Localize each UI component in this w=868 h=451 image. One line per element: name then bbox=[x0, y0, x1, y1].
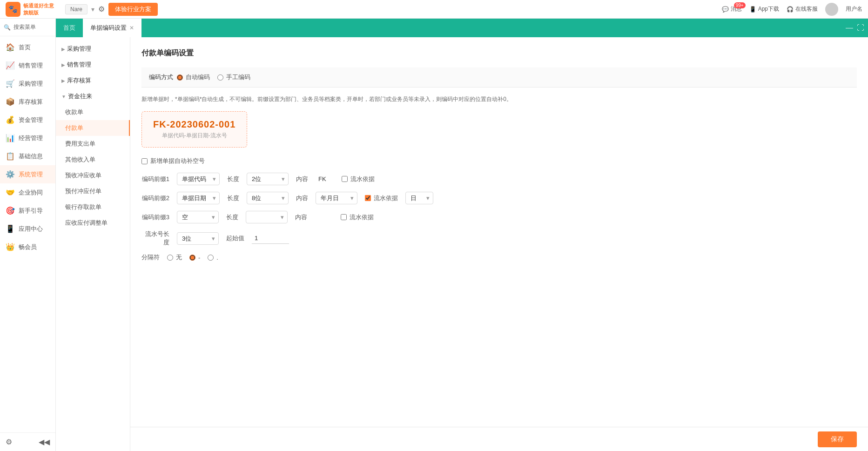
enterprise-icon: 🤝 bbox=[6, 188, 15, 197]
top-bar-right: 💬 消息 99+ 📱 App下载 🎧 在线客服 用户名 bbox=[722, 3, 862, 16]
sub-group-inventory: ▶ 库存核算 bbox=[56, 73, 130, 88]
page-title: 付款单编码设置 bbox=[141, 48, 857, 58]
download-icon: 📱 bbox=[749, 6, 756, 13]
serial-start-input[interactable] bbox=[252, 233, 289, 244]
info-text: 新增单据时，*单据编码*自动生成，不可编辑。前缀设置为部门、业务员等档案类，开单… bbox=[141, 95, 857, 104]
sub-group-inventory-header[interactable]: ▶ 库存核算 bbox=[56, 73, 130, 88]
serial-length-label: 流水号长度 bbox=[141, 230, 169, 247]
sidebar-bottom: ⚙ ◀◀ bbox=[0, 432, 55, 451]
prefix2-select[interactable]: 单据日期 bbox=[177, 192, 220, 204]
sub-item-reconcile[interactable]: 应收应付调整单 bbox=[56, 215, 130, 231]
sidebar-item-basic[interactable]: 📋 基础信息 bbox=[0, 147, 55, 165]
prefix1-select-wrapper: 单据代码 bbox=[177, 173, 220, 185]
sidebar-item-guide[interactable]: 🎯 新手引导 bbox=[0, 202, 55, 220]
sub-group-capital: ▼ 资金往来 收款单 付款单 费用支出单 其他收入单 预收冲应收单 预付冲应付单… bbox=[56, 88, 130, 231]
avatar[interactable] bbox=[825, 3, 838, 16]
service-icon: 🎧 bbox=[787, 6, 794, 13]
manual-encoding-radio[interactable]: 手工编码 bbox=[217, 73, 250, 81]
content-area: 首页 单据编码设置 ✕ — ⛶ ▶ 采购管理 bbox=[56, 19, 868, 451]
prefix3-stream-checkbox[interactable] bbox=[341, 214, 347, 220]
separator-dot-radio[interactable]: . bbox=[208, 254, 218, 261]
prefix1-select[interactable]: 单据代码 bbox=[177, 173, 220, 185]
sub-item-payment[interactable]: 付款单 bbox=[56, 120, 130, 136]
auto-encoding-radio[interactable]: 自动编码 bbox=[177, 73, 210, 81]
prefix1-length-wrapper: 2位 bbox=[247, 173, 289, 185]
prefix2-select-wrapper: 单据日期 bbox=[177, 192, 220, 204]
sub-group-capital-header[interactable]: ▼ 资金往来 bbox=[56, 88, 130, 104]
sub-group-sales-header[interactable]: ▶ 销售管理 bbox=[56, 57, 130, 73]
collapse-icon[interactable]: ◀◀ bbox=[39, 438, 50, 446]
tab-encoding[interactable]: 单据编码设置 ✕ bbox=[83, 19, 141, 37]
serial-start-label: 起始值 bbox=[226, 234, 244, 242]
tab-maximize-icon[interactable]: ⛶ bbox=[857, 24, 864, 32]
serial-length-select[interactable]: 3位 bbox=[177, 232, 219, 245]
sidebar-nav: 🏠 首页 📈 销售管理 🛒 采购管理 📦 库存核算 💰 资金管理 📊 经 bbox=[0, 36, 55, 432]
sidebar: 🔍 搜索菜单 🏠 首页 📈 销售管理 🛒 采购管理 📦 库存核算 💰 bbox=[0, 19, 56, 451]
prefix2-content-select[interactable]: 年月日 bbox=[316, 192, 357, 204]
sidebar-item-apps[interactable]: 📱 应用中心 bbox=[0, 220, 55, 238]
separator-dash-radio[interactable]: - bbox=[189, 254, 200, 261]
code-example-box: FK-20230602-001 单据代码-单据日期-流水号 bbox=[141, 111, 247, 148]
tab-bar: 首页 单据编码设置 ✕ — ⛶ bbox=[56, 19, 868, 37]
sidebar-item-enterprise[interactable]: 🤝 企业协同 bbox=[0, 183, 55, 202]
auto-fill-checkbox[interactable] bbox=[141, 158, 148, 164]
code-example-main: FK-20230602-001 bbox=[153, 119, 236, 130]
sidebar-item-inventory[interactable]: 📦 库存核算 bbox=[0, 93, 55, 111]
sub-sidebar: ▶ 采购管理 ▶ 销售管理 ▶ 库存核算 bbox=[56, 37, 130, 451]
company-chevron-icon[interactable]: ▾ bbox=[91, 6, 94, 13]
auto-fill-row: 新增单据自动补空号 bbox=[141, 157, 857, 165]
top-bar: 🐾 畅通道好生意 旗舰版 Nare ▾ ⚙ 体验行业方案 💬 消息 99+ 📱 … bbox=[0, 0, 868, 19]
message-button[interactable]: 💬 消息 99+ bbox=[722, 5, 742, 13]
sidebar-item-finance[interactable]: 💰 资金管理 bbox=[0, 111, 55, 129]
prefix2-period-select[interactable]: 日 bbox=[405, 192, 433, 204]
bottom-bar: 保存 bbox=[130, 427, 868, 451]
download-button[interactable]: 📱 App下载 bbox=[749, 5, 779, 13]
home-icon: 🏠 bbox=[6, 43, 15, 52]
sidebar-item-system[interactable]: ⚙️ 系统管理 bbox=[0, 165, 55, 183]
finance-icon: 💰 bbox=[6, 115, 15, 124]
service-button[interactable]: 🎧 在线客服 bbox=[787, 5, 818, 13]
sidebar-item-operations[interactable]: 📊 经营管理 bbox=[0, 129, 55, 147]
sidebar-item-member[interactable]: 👑 畅会员 bbox=[0, 238, 55, 256]
apps-icon: 📱 bbox=[6, 224, 15, 233]
sub-group-purchase-header[interactable]: ▶ 采购管理 bbox=[56, 41, 130, 57]
prefix1-stream-checkbox[interactable] bbox=[342, 176, 348, 182]
sidebar-item-purchase[interactable]: 🛒 采购管理 bbox=[0, 74, 55, 93]
separator-none-radio[interactable]: 无 bbox=[167, 253, 182, 262]
sub-item-bank-deposit[interactable]: 银行存取款单 bbox=[56, 199, 130, 215]
sub-item-advance-pay[interactable]: 预付冲应付单 bbox=[56, 183, 130, 199]
sub-item-expense[interactable]: 费用支出单 bbox=[56, 136, 130, 152]
settings-bottom-icon[interactable]: ⚙ bbox=[6, 438, 12, 446]
trial-button[interactable]: 体验行业方案 bbox=[108, 3, 158, 16]
main-panel-wrapper: 付款单编码设置 编码方式 自动编码 手工编码 bbox=[130, 37, 868, 451]
logo-text: 畅通道好生意 旗舰版 bbox=[23, 2, 54, 16]
prefix1-length-select[interactable]: 2位 bbox=[247, 173, 289, 185]
username[interactable]: 用户名 bbox=[846, 5, 862, 13]
prefix3-select-wrapper: 空 bbox=[177, 211, 219, 223]
message-icon: 💬 bbox=[722, 6, 729, 13]
sidebar-item-sales[interactable]: 📈 销售管理 bbox=[0, 56, 55, 74]
save-button[interactable]: 保存 bbox=[818, 431, 857, 447]
code-example-sub: 单据代码-单据日期-流水号 bbox=[153, 132, 236, 140]
prefix1-label: 编码前缀1 bbox=[141, 175, 169, 183]
tab-close-icon[interactable]: ✕ bbox=[129, 25, 134, 31]
sub-item-advance-payable[interactable]: 预收冲应收单 bbox=[56, 168, 130, 183]
sidebar-item-home[interactable]: 🏠 首页 bbox=[0, 38, 55, 56]
separator-options: 无 - . bbox=[167, 253, 218, 262]
prefix2-content-label: 内容 bbox=[296, 194, 308, 202]
prefix3-select[interactable]: 空 bbox=[177, 211, 219, 223]
sidebar-search[interactable]: 🔍 搜索菜单 bbox=[0, 19, 55, 36]
system-icon: ⚙️ bbox=[6, 170, 15, 179]
sub-item-income[interactable]: 其他收入单 bbox=[56, 152, 130, 168]
prefix2-length-select[interactable]: 8位 bbox=[247, 192, 289, 204]
prefix3-row: 编码前缀3 空 长度 内容 bbox=[141, 211, 857, 223]
settings-icon[interactable]: ⚙ bbox=[98, 5, 105, 13]
search-icon: 🔍 bbox=[4, 24, 11, 31]
prefix2-stream-checkbox[interactable] bbox=[365, 195, 371, 201]
company-selector[interactable]: Nare bbox=[65, 4, 87, 14]
sub-item-receipt[interactable]: 收款单 bbox=[56, 104, 130, 120]
tab-minimize-icon[interactable]: — bbox=[846, 24, 853, 32]
prefix3-length-select[interactable] bbox=[246, 211, 288, 223]
separator-row: 分隔符 无 - . bbox=[141, 253, 857, 262]
tab-home[interactable]: 首页 bbox=[56, 19, 83, 37]
